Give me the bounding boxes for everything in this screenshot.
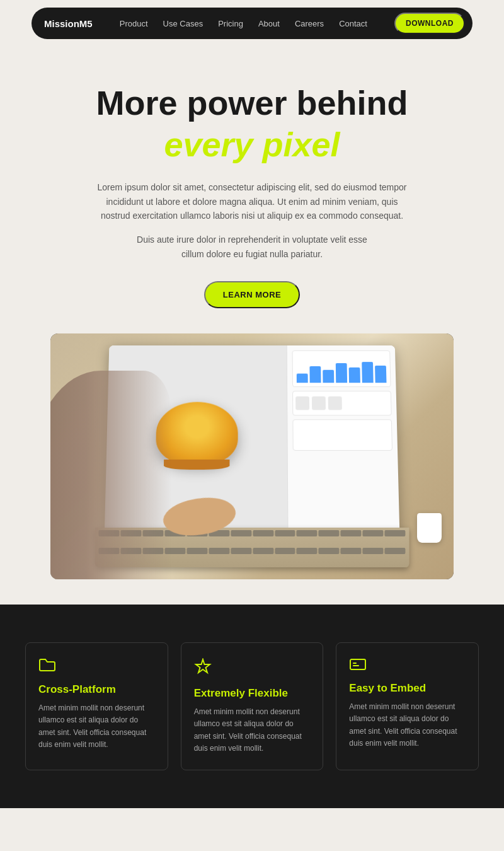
svg-rect-1 <box>353 663 357 664</box>
feature-title-3: Easy to Embed <box>349 682 466 695</box>
feature-desc-3: Amet minim mollit non deserunt ullamco e… <box>349 701 466 750</box>
hero-section: More power behind every pixel Lorem ipsu… <box>0 47 504 605</box>
chart-bar-4 <box>336 363 347 383</box>
svg-rect-2 <box>353 665 359 666</box>
hero-image <box>50 333 454 579</box>
tool-2 <box>312 397 326 410</box>
nav-about[interactable]: About <box>252 16 286 32</box>
chart-bar-1 <box>296 373 307 383</box>
folder-icon <box>38 658 155 676</box>
nav-pricing[interactable]: Pricing <box>212 16 249 32</box>
nav-links: Product Use Cases Pricing About Careers … <box>113 16 374 32</box>
features-section: Cross-Platform Amet minim mollit non des… <box>0 605 504 808</box>
sidebar-chart-panel <box>292 350 391 387</box>
svg-rect-0 <box>350 659 365 669</box>
person-silhouette <box>50 371 171 580</box>
nav-product[interactable]: Product <box>113 16 154 32</box>
navbar: MissionM5 Product Use Cases Pricing Abou… <box>0 8 504 39</box>
download-button[interactable]: DOWNLOAD <box>394 13 465 34</box>
nav-contact[interactable]: Contact <box>333 16 374 32</box>
chart-bar-3 <box>323 370 334 383</box>
feature-card-2: Extremely Flexible Amet minim mollit non… <box>181 642 324 770</box>
screen-sidebar <box>286 345 399 536</box>
hero-description: Lorem ipsum dolor sit amet, consectetur … <box>94 180 410 223</box>
hero-title-line1: More power behind <box>50 84 454 122</box>
feature-desc-1: Amet minim mollit non deserunt ullamco e… <box>38 702 155 751</box>
tools-section: Editing Tools and Exports Aliquam a augu… <box>0 808 504 851</box>
chart-bar-6 <box>362 362 373 383</box>
chart-bar-7 <box>375 365 386 383</box>
hero-title-line2: every pixel <box>50 124 454 165</box>
chart-bar-2 <box>309 366 321 383</box>
embed-icon <box>349 658 466 674</box>
laptop-mockup <box>50 333 454 579</box>
cup-object <box>417 513 441 543</box>
tool-1 <box>295 397 309 410</box>
learn-more-button[interactable]: LEARN MORE <box>204 281 300 308</box>
chart-bar-5 <box>348 368 360 383</box>
hero-sub-description: Duis aute irure dolor in reprehenderit i… <box>126 233 378 261</box>
brand-logo: MissionM5 <box>44 18 93 29</box>
tool-3 <box>328 397 341 410</box>
features-grid: Cross-Platform Amet minim mollit non des… <box>25 642 479 770</box>
sidebar-tools-panel <box>292 391 392 415</box>
sidebar-info-panel <box>292 419 392 451</box>
feature-card-1: Cross-Platform Amet minim mollit non des… <box>25 642 168 770</box>
feature-title-2: Extremely Flexible <box>194 687 311 700</box>
feature-title-1: Cross-Platform <box>38 683 155 696</box>
star-icon <box>194 658 311 680</box>
feature-desc-2: Amet minim mollit non deserunt ullamco e… <box>194 706 311 755</box>
feature-card-3: Easy to Embed Amet minim mollit non dese… <box>336 642 479 770</box>
nav-use-cases[interactable]: Use Cases <box>157 16 210 32</box>
nav-careers[interactable]: Careers <box>289 16 330 32</box>
